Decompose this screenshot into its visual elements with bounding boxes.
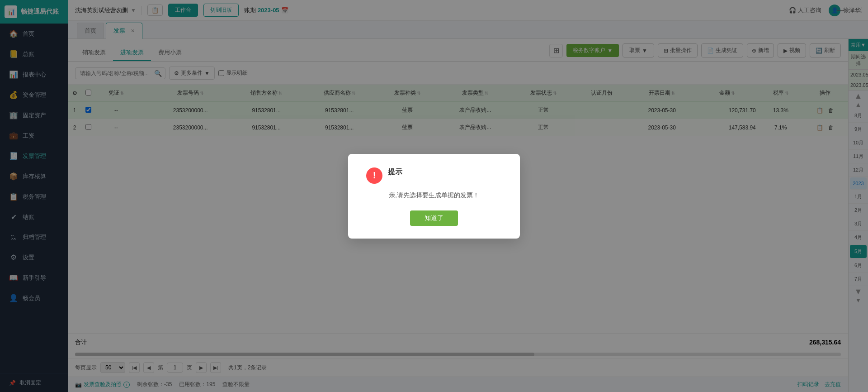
modal-confirm-btn[interactable]: 知道了 xyxy=(410,210,458,226)
modal-message: 亲,请先选择要生成单据的发票！ xyxy=(366,191,502,200)
modal-title: 提示 xyxy=(388,167,402,177)
modal-overlay: ! 提示 亲,请先选择要生成单据的发票！ 知道了 xyxy=(0,0,868,392)
warning-icon: ! xyxy=(366,167,382,184)
modal-dialog: ! 提示 亲,请先选择要生成单据的发票！ 知道了 xyxy=(348,154,520,239)
